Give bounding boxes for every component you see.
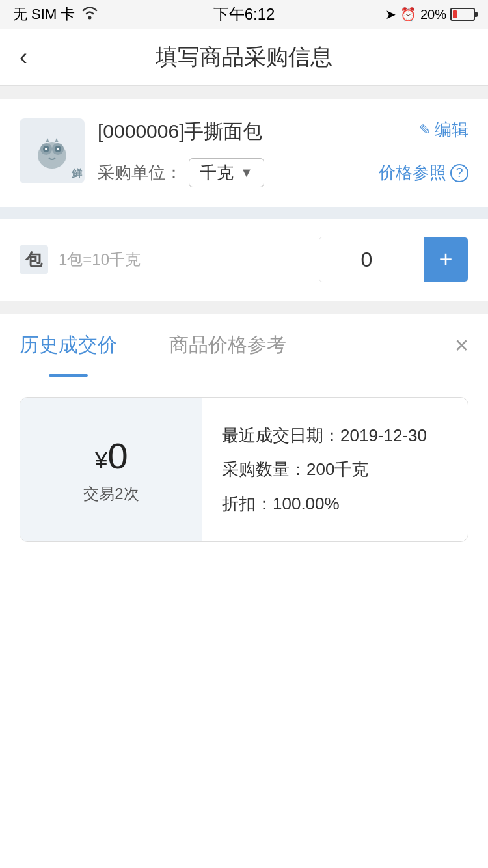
tab-product-label: 商品价格参考 bbox=[169, 334, 286, 355]
qty-row: 采购数量：200千克 bbox=[222, 457, 448, 481]
product-name: [0000006]手撕面包 bbox=[98, 118, 262, 145]
discount-row: 折扣：100.00% bbox=[222, 492, 448, 515]
currency-symbol: ¥ bbox=[94, 447, 107, 474]
dropdown-arrow-icon: ▼ bbox=[240, 165, 253, 180]
price-right-panel: 最近成交日期：2019-12-30 采购数量：200千克 折扣：100.00% bbox=[202, 398, 468, 541]
unit-selector-group: 采购单位： 千克 ▼ bbox=[98, 158, 264, 187]
price-display: ¥0 bbox=[94, 435, 128, 477]
status-right: ➤ ⏰ 20% bbox=[385, 7, 475, 22]
battery-fill bbox=[453, 10, 457, 18]
tab-history-price[interactable]: 历史成交价 bbox=[20, 314, 117, 377]
edit-label: 编辑 bbox=[435, 118, 468, 141]
history-price-content: ¥0 交易2次 最近成交日期：2019-12-30 采购数量：200千克 折扣：… bbox=[0, 377, 488, 562]
discount-label: 折扣： bbox=[222, 494, 273, 513]
battery-text: 20% bbox=[420, 7, 446, 22]
edit-button[interactable]: ✎ 编辑 bbox=[419, 118, 468, 141]
quantity-input-group: + bbox=[319, 237, 468, 282]
nav-bar: ‹ 填写商品采购信息 bbox=[0, 29, 488, 86]
product-image: 鲜 bbox=[20, 118, 85, 183]
help-icon: ? bbox=[450, 164, 468, 182]
product-info: [0000006]手撕面包 ✎ 编辑 采购单位： 千克 ▼ 价格参照 ? bbox=[98, 118, 468, 187]
quantity-input[interactable] bbox=[319, 237, 424, 282]
price-value: 0 bbox=[107, 435, 128, 476]
quantity-plus-button[interactable]: + bbox=[424, 237, 468, 282]
battery-icon bbox=[450, 8, 475, 21]
tabs-header: 历史成交价 商品价格参考 × bbox=[0, 314, 488, 377]
tab-product-price-ref[interactable]: 商品价格参考 bbox=[169, 314, 286, 377]
tab-history-label: 历史成交价 bbox=[20, 334, 117, 355]
page-rest bbox=[0, 562, 488, 868]
status-time: 下午6:12 bbox=[213, 4, 275, 25]
edit-icon: ✎ bbox=[419, 122, 431, 139]
status-left: 无 SIM 卡 bbox=[13, 5, 100, 24]
svg-point-7 bbox=[57, 148, 59, 150]
unit-value: 千克 bbox=[200, 161, 234, 184]
tabs-panel: 历史成交价 商品价格参考 × ¥0 交易2次 最近成交日期：2019-12-30… bbox=[0, 314, 488, 562]
price-ref-label: 价格参照 bbox=[379, 161, 446, 184]
wifi-icon bbox=[80, 5, 100, 23]
quantity-conversion-text: 1包=10千克 bbox=[59, 249, 141, 270]
location-icon: ➤ bbox=[385, 7, 396, 22]
page-title: 填写商品采购信息 bbox=[156, 42, 332, 72]
price-info-card: ¥0 交易2次 最近成交日期：2019-12-30 采购数量：200千克 折扣：… bbox=[20, 397, 468, 542]
price-left-panel: ¥0 交易2次 bbox=[20, 398, 202, 541]
product-card: 鲜 [0000006]手撕面包 ✎ 编辑 采购单位： 千克 ▼ 价格参照 ? bbox=[0, 99, 488, 207]
status-bar: 无 SIM 卡 下午6:12 ➤ ⏰ 20% bbox=[0, 0, 488, 29]
last-date-row: 最近成交日期：2019-12-30 bbox=[222, 424, 448, 447]
qty-label: 采购数量： bbox=[222, 459, 306, 479]
qty-value: 200千克 bbox=[306, 459, 368, 479]
tab-close-button[interactable]: × bbox=[455, 332, 468, 359]
carrier-text: 无 SIM 卡 bbox=[13, 5, 75, 24]
alarm-icon: ⏰ bbox=[400, 7, 416, 22]
section-divider bbox=[0, 207, 488, 219]
last-date-value: 2019-12-30 bbox=[340, 426, 427, 445]
back-button[interactable]: ‹ bbox=[20, 44, 27, 71]
product-unit-row: 采购单位： 千克 ▼ 价格参照 ? bbox=[98, 158, 468, 187]
svg-point-6 bbox=[45, 148, 47, 150]
price-reference-button[interactable]: 价格参照 ? bbox=[379, 161, 468, 184]
quantity-unit-badge: 包 bbox=[20, 245, 48, 274]
unit-label: 采购单位： bbox=[98, 161, 182, 184]
discount-value: 100.00% bbox=[273, 494, 340, 513]
unit-select-dropdown[interactable]: 千克 ▼ bbox=[189, 158, 264, 187]
transaction-count: 交易2次 bbox=[83, 483, 139, 504]
quantity-row: 包 1包=10千克 + bbox=[0, 219, 488, 301]
svg-point-0 bbox=[88, 16, 92, 20]
last-date-label: 最近成交日期： bbox=[222, 426, 340, 445]
product-header: [0000006]手撕面包 ✎ 编辑 bbox=[98, 118, 468, 145]
quantity-left: 包 1包=10千克 bbox=[20, 245, 141, 274]
